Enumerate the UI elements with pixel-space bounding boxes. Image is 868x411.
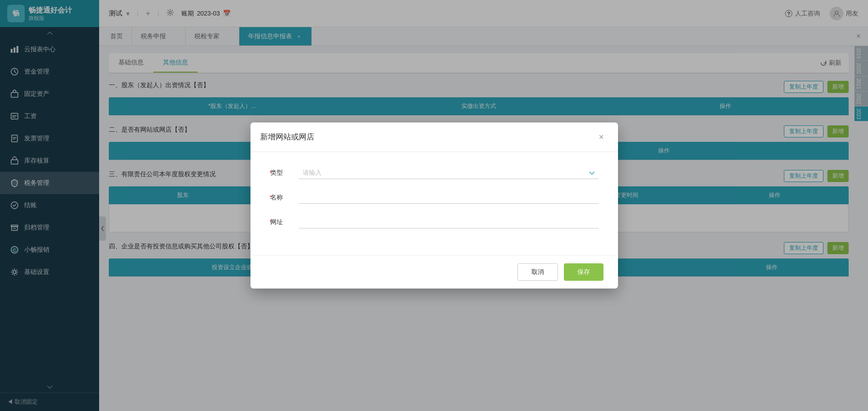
form-label-type: *类型 bbox=[270, 168, 299, 177]
form-label-name: *名称 bbox=[270, 193, 299, 202]
dropdown-arrow-icon bbox=[589, 169, 595, 176]
dialog-header: 新增网站或网店 × bbox=[250, 122, 618, 152]
dialog-close-button[interactable]: × bbox=[595, 130, 608, 144]
form-row-name: *名称 bbox=[270, 191, 599, 204]
dialog-title: 新增网站或网店 bbox=[260, 132, 314, 142]
name-input[interactable] bbox=[299, 191, 599, 203]
form-input-wrap-url bbox=[299, 216, 599, 228]
url-input[interactable] bbox=[299, 216, 599, 228]
cancel-button[interactable]: 取消 bbox=[517, 263, 558, 281]
form-row-type: *类型 bbox=[270, 167, 599, 179]
dialog-footer: 取消 保存 bbox=[250, 255, 618, 289]
add-website-dialog: 新增网站或网店 × *类型 *名称 bbox=[250, 122, 618, 289]
dialog-body: *类型 *名称 * bbox=[250, 152, 618, 255]
form-row-url: *网址 bbox=[270, 216, 599, 228]
dialog-overlay: 新增网站或网店 × *类型 *名称 bbox=[0, 0, 868, 411]
type-input[interactable] bbox=[299, 167, 599, 179]
save-button[interactable]: 保存 bbox=[564, 263, 603, 281]
form-input-wrap-name bbox=[299, 191, 599, 204]
form-input-wrap-type bbox=[299, 167, 599, 179]
form-label-url: *网址 bbox=[270, 218, 299, 227]
